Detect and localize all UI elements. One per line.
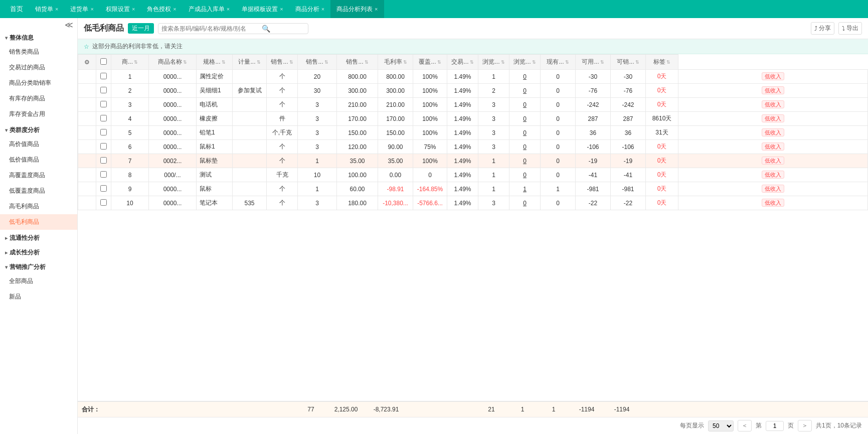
col-unit-header[interactable]: 计量...⇅ [233,55,267,70]
col-code-header[interactable]: 商...⇅ [111,55,149,70]
row-unit: 个 [267,182,298,196]
row-browse1[interactable]: 0 [509,168,541,182]
col-sales-amt-header[interactable]: 销售...⇅ [337,55,378,70]
col-spec-header[interactable]: 规格...⇅ [197,55,233,70]
nav-purchase[interactable]: 进货单 × [64,0,99,18]
close-sales-icon[interactable]: × [55,6,58,12]
row-unit: 个 [267,98,298,112]
col-tag-header[interactable]: 标签⇅ [646,55,678,70]
sidebar-group-circulation[interactable]: ▸ 流通性分析 [0,230,77,244]
row-checkbox[interactable] [96,168,111,182]
share-button[interactable]: ⤴ 分享 [811,22,834,35]
notice-bar: ☆ 这部分商品的利润非常低，请关注 [78,39,868,54]
col-check-header[interactable] [96,55,111,70]
sidebar-item-low-margin[interactable]: 低毛利商品 [0,214,77,230]
close-product-analysis-icon[interactable]: × [321,6,324,12]
close-roles-icon[interactable]: × [173,6,176,12]
sidebar-item-all-goods[interactable]: 全部商品 [0,273,77,289]
row-browse1[interactable]: 0 [509,196,541,210]
select-all-checkbox[interactable] [100,58,107,65]
row-cover: 1.49% [447,112,478,126]
row-unit: 个 [267,70,298,84]
row-tag: 低收入 [678,196,868,210]
nav-roles[interactable]: 角色授权 × [141,0,182,18]
row-browse1[interactable]: 0 [509,126,541,140]
col-avail-header[interactable]: 可用...⇅ [576,55,611,70]
row-gross-rate: 100% [413,84,447,98]
sidebar-item-capital[interactable]: 库存资金占用 [0,106,77,122]
col-browse2-header[interactable]: 浏览...⇅ [509,55,541,70]
row-checkbox[interactable] [96,112,111,126]
close-product-entry-icon[interactable]: × [227,6,230,12]
next-page-button[interactable]: ＞ [798,420,812,431]
sidebar-collapse-button[interactable]: ≪ [63,20,75,30]
nav-analysis-list[interactable]: 商品分析列表 × [330,0,384,18]
col-name-header[interactable]: 商品名称⇅ [149,55,197,70]
sidebar-item-high-value[interactable]: 高价值商品 [0,136,77,152]
sidebar-item-high-margin[interactable]: 高毛利商品 [0,199,77,214]
close-purchase-icon[interactable]: × [90,6,93,12]
sidebar-item-low-value[interactable]: 低价值商品 [0,152,77,168]
col-browse1-header[interactable]: 浏览...⇅ [478,55,509,70]
row-browse1[interactable]: 0 [509,98,541,112]
row-browse1[interactable]: 0 [509,154,541,168]
row-spec [233,140,267,154]
row-checkbox[interactable] [96,84,111,98]
row-browse1[interactable]: 0 [509,140,541,154]
search-input[interactable] [161,25,262,32]
sidebar-item-category-rate[interactable]: 商品分类助销率 [0,75,77,91]
col-gross-header[interactable]: 毛利率⇅ [378,55,413,70]
col-sales-price-header[interactable]: 销售...⇅ [298,55,337,70]
sidebar-group-cluster[interactable]: ▾ 类群度分析 [0,122,77,136]
row-gross-rate: 75% [413,140,447,154]
nav-sales[interactable]: 销货单 × [29,0,64,18]
close-permissions-icon[interactable]: × [132,6,135,12]
sidebar-item-sales-goods[interactable]: 销售类商品 [0,44,77,60]
row-checkbox[interactable] [96,154,111,168]
row-index: 4 [111,112,149,126]
row-browse1[interactable]: 0 [509,70,541,84]
page-size-select[interactable]: 20 50 100 [708,420,734,431]
nav-product-analysis[interactable]: 商品分析 × [289,0,330,18]
sidebar-group-growth[interactable]: ▸ 成长性分析 [0,244,77,259]
row-checkbox[interactable] [96,140,111,154]
close-template-icon[interactable]: × [280,6,283,12]
data-table-container[interactable]: ⚙ 商...⇅ 商品名称⇅ 规格...⇅ 计量...⇅ 销售...⇅ 销售...… [78,54,868,401]
nav-permissions[interactable]: 权限设置 × [100,0,141,18]
row-saleable: 0天 [646,196,678,210]
close-analysis-list-icon[interactable]: × [375,6,378,12]
row-checkbox[interactable] [96,182,111,196]
page-number-input[interactable] [766,421,784,431]
date-range-button[interactable]: 近一月 [128,23,154,34]
nav-product-entry[interactable]: 产成品入库单 × [183,0,236,18]
sidebar-item-traded-goods[interactable]: 交易过的商品 [0,60,77,75]
sidebar-item-low-coverage[interactable]: 低覆盖度商品 [0,183,77,199]
row-sales-qty: 3 [298,140,337,154]
total-info: 共1页，10条记录 [816,421,862,430]
row-browse1[interactable]: 0 [509,84,541,98]
col-cover-header[interactable]: 覆盖...⇅ [413,55,447,70]
sidebar-group-overall[interactable]: ▾ 整体信息 [0,30,77,44]
search-box[interactable]: 🔍 [158,23,308,34]
col-trade-header[interactable]: 交易...⇅ [447,55,478,70]
row-browse1[interactable]: 0 [509,112,541,126]
row-checkbox[interactable] [96,126,111,140]
row-checkbox[interactable] [96,196,111,210]
sidebar-item-high-coverage[interactable]: 高覆盖度商品 [0,168,77,183]
sidebar-group-marketing[interactable]: ▾ 营销推广分析 [0,259,77,273]
nav-home[interactable]: 首页 [4,0,29,18]
col-stock-header[interactable]: 现有...⇅ [541,55,576,70]
row-checkbox[interactable] [96,70,111,84]
sidebar-item-stocked-goods[interactable]: 有库存的商品 [0,91,77,106]
sidebar-item-new-goods[interactable]: 新品 [0,289,77,305]
col-settings-header[interactable]: ⚙ [78,55,96,70]
row-avail: 287 [611,112,646,126]
export-button[interactable]: ⤵ 导出 [838,22,862,35]
nav-template[interactable]: 单据模板设置 × [236,0,289,18]
row-stock: -106 [576,140,611,154]
prev-page-button[interactable]: ＜ [738,420,752,431]
col-sales-qty-header[interactable]: 销售...⇅ [267,55,298,70]
col-saleable-header[interactable]: 可销...⇅ [611,55,646,70]
row-checkbox[interactable] [96,98,111,112]
row-browse1[interactable]: 1 [509,182,541,196]
